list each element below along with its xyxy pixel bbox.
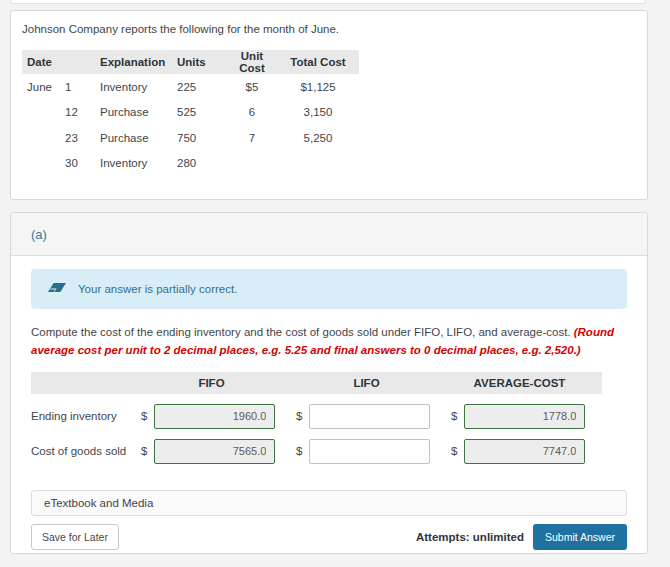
etextbook-and-media-accordion[interactable]: eTextbook and Media — [31, 490, 627, 516]
fifo-cogs-input[interactable] — [154, 439, 275, 464]
average-cost-group: $ — [451, 439, 602, 464]
unit-cost-cell: 7 — [227, 125, 277, 151]
explanation-cell: Inventory — [100, 74, 177, 100]
dollar-sign: $ — [296, 410, 302, 422]
units-cell: 280 — [177, 151, 227, 177]
fifo-group: $ — [141, 404, 296, 429]
total-cost-cell: 3,150 — [277, 100, 359, 126]
answer-table-header: FIFO LIFO AVERAGE-COST — [31, 372, 602, 394]
dollar-sign: $ — [296, 445, 302, 457]
save-for-later-button[interactable]: Save for Later — [31, 524, 119, 550]
dollar-sign: $ — [451, 445, 457, 457]
units-cell: 750 — [177, 125, 227, 151]
table-row: 30 Inventory 280 — [22, 151, 359, 177]
table-row: June1 Inventory 225 $5 $1,125 — [22, 74, 359, 100]
date-day: 30 — [65, 157, 85, 169]
row-label: Ending inventory — [31, 410, 141, 422]
ending-inventory-row: Ending inventory $ $ $ — [31, 404, 602, 429]
average-cost-ending-inventory-input[interactable] — [464, 404, 585, 429]
date-cell: 12 — [22, 100, 100, 126]
lifo-group: $ — [296, 404, 451, 429]
attempts-label: Attempts: unlimited — [416, 531, 524, 543]
inventory-table: Date Explanation Units Unit Cost Total C… — [22, 50, 359, 176]
footer-right: Attempts: unlimited Submit Answer — [416, 524, 627, 550]
eraser-icon — [48, 283, 66, 296]
lifo-ending-inventory-input[interactable] — [309, 404, 430, 429]
date-day: 23 — [65, 132, 85, 144]
average-cost-group: $ — [451, 404, 602, 429]
previous-panel-edge — [10, 0, 646, 4]
part-a-label: (a) — [31, 227, 47, 242]
units-cell: 525 — [177, 100, 227, 126]
etextbook-label: eTextbook and Media — [44, 497, 153, 509]
explanation-cell: Purchase — [100, 125, 177, 151]
col-header-units: Units — [177, 50, 227, 74]
table-row: 23 Purchase 750 7 5,250 — [22, 125, 359, 151]
instructions: Compute the cost of the ending inventory… — [31, 324, 627, 360]
answer-table: FIFO LIFO AVERAGE-COST Ending inventory … — [31, 372, 602, 464]
total-cost-cell: 5,250 — [277, 125, 359, 151]
date-cell: 23 — [22, 125, 100, 151]
feedback-message: Your answer is partially correct. — [78, 283, 237, 295]
row-label: Cost of goods sold — [31, 445, 141, 457]
fifo-group: $ — [141, 439, 296, 464]
answer-col-fifo: FIFO — [141, 377, 296, 389]
table-row: 12 Purchase 525 6 3,150 — [22, 100, 359, 126]
lifo-group: $ — [296, 439, 451, 464]
explanation-cell: Purchase — [100, 100, 177, 126]
problem-intro: Johnson Company reports the following fo… — [22, 23, 636, 35]
col-header-unit-cost: Unit Cost — [227, 50, 277, 74]
col-header-explanation: Explanation — [100, 50, 177, 74]
instructions-normal: Compute the cost of the ending inventory… — [31, 326, 574, 338]
submit-answer-button[interactable]: Submit Answer — [533, 524, 627, 550]
date-day: 1 — [65, 81, 85, 93]
inventory-table-header-row: Date Explanation Units Unit Cost Total C… — [22, 50, 359, 74]
unit-cost-cell — [227, 151, 277, 177]
cost-of-goods-sold-row: Cost of goods sold $ $ $ — [31, 439, 602, 464]
col-header-total-cost: Total Cost — [277, 50, 359, 74]
part-a-header[interactable]: (a) — [11, 213, 647, 256]
date-cell: June1 — [22, 74, 100, 100]
date-cell: 30 — [22, 151, 100, 177]
dollar-sign: $ — [141, 410, 147, 422]
total-cost-cell: $1,125 — [277, 74, 359, 100]
unit-cost-cell: $5 — [227, 74, 277, 100]
total-cost-cell — [277, 151, 359, 177]
date-month: June — [27, 81, 65, 93]
col-header-date: Date — [22, 50, 100, 74]
dollar-sign: $ — [141, 445, 147, 457]
answer-col-average-cost: AVERAGE-COST — [451, 377, 602, 389]
answer-col-lifo: LIFO — [296, 377, 451, 389]
date-day: 12 — [65, 106, 85, 118]
part-a-panel: (a) Your answer is partially correct. Co… — [10, 212, 648, 554]
unit-cost-cell: 6 — [227, 100, 277, 126]
units-cell: 225 — [177, 74, 227, 100]
dollar-sign: $ — [451, 410, 457, 422]
part-a-body: Your answer is partially correct. Comput… — [11, 256, 647, 550]
explanation-cell: Inventory — [100, 151, 177, 177]
average-cost-cogs-input[interactable] — [464, 439, 585, 464]
lifo-cogs-input[interactable] — [309, 439, 430, 464]
fifo-ending-inventory-input[interactable] — [154, 404, 275, 429]
problem-panel: Johnson Company reports the following fo… — [10, 10, 648, 200]
footer-row: Save for Later Attempts: unlimited Submi… — [31, 524, 627, 550]
feedback-banner: Your answer is partially correct. — [31, 269, 627, 309]
